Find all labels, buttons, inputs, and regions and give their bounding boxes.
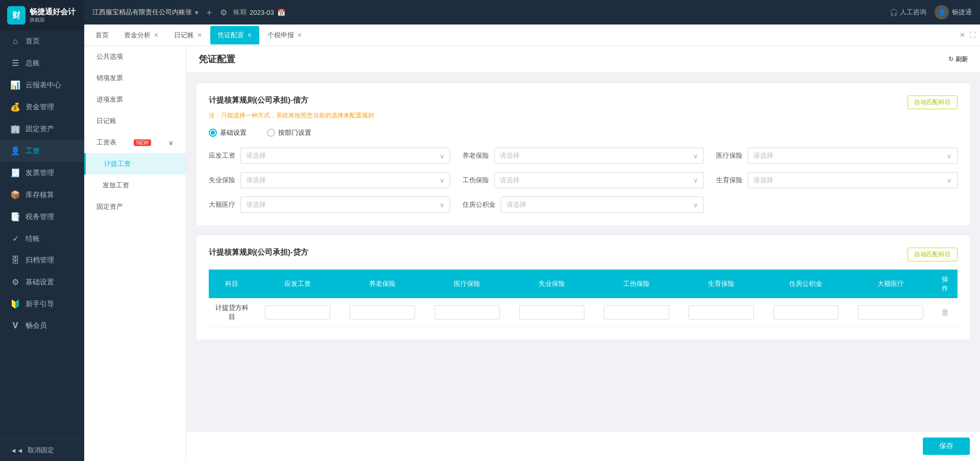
tab-diary-close-icon[interactable]: ✕ (197, 32, 202, 38)
row-yingfa-input[interactable] (265, 305, 330, 320)
save-button[interactable]: 保存 (923, 438, 970, 455)
tab-funds-close-icon[interactable]: ✕ (154, 32, 159, 38)
select-daejiyiliao[interactable]: 请选择 ∨ (240, 197, 450, 213)
guide-icon: 🔰 (10, 299, 20, 309)
menu-item-common[interactable]: 公共选项 (84, 46, 186, 67)
tab-tax-close-icon[interactable]: ✕ (297, 32, 302, 38)
sidebar-item-guide[interactable]: 🔰 新手引导 (0, 293, 84, 315)
credit-auto-match-button[interactable]: 自动匹配科目 (908, 248, 958, 261)
menu-item-fixed-assets[interactable]: 固定资产 (84, 196, 186, 217)
row-shengyu-input[interactable] (689, 305, 754, 320)
menu-item-diary-label: 日记账 (96, 117, 116, 125)
menu-item-diary[interactable]: 日记账 (84, 110, 186, 132)
select-placeholder: 请选择 (246, 151, 266, 160)
row-yiliao-input[interactable] (434, 305, 500, 320)
sidebar-item-funds[interactable]: 💰 资金管理 (0, 96, 84, 118)
sidebar-item-assets[interactable]: 🏢 固定资产 (0, 118, 84, 140)
menu-item-purchase[interactable]: 进项发票 (84, 89, 186, 110)
sidebar-item-settings[interactable]: ⚙ 基础设置 (0, 271, 84, 293)
tab-close-all-icon[interactable]: ✕ (960, 31, 965, 39)
row-daeyiliao-input[interactable] (858, 305, 923, 320)
period-selector[interactable]: 账期 2023-03 📅 (233, 8, 285, 17)
field-label: 大额医疗 (209, 200, 235, 209)
radio-dept-label: 按部门设置 (278, 128, 311, 137)
company-selector[interactable]: 江西服宝精品有限责任公司内账张 ▾ (92, 8, 199, 17)
sidebar-logo: 财 畅捷通好会计 旗舰版 (0, 0, 84, 31)
page-header: 凭证配置 ↻ 刷新 (186, 46, 980, 73)
sidebar-item-ledger[interactable]: ☰ 总账 (0, 52, 84, 74)
tab-diary[interactable]: 日记账 ✕ (167, 26, 209, 44)
dropdown-arrow-icon: ∨ (439, 152, 445, 160)
menu-item-pay-salary-label: 发放工资 (103, 181, 129, 189)
app-name: 畅捷通好会计 (30, 7, 76, 16)
debit-auto-match-button[interactable]: 自动匹配科目 (908, 95, 958, 109)
sidebar-item-close[interactable]: ✓ 结账 (0, 228, 84, 250)
tab-tax[interactable]: 个税申报 ✕ (260, 26, 309, 44)
sidebar-item-archive[interactable]: 🗄 归档管理 (0, 250, 84, 271)
settings-icon: ⚙ (10, 277, 20, 287)
row-yanglao-input[interactable] (350, 305, 415, 320)
debit-section-note: 注：只能选择一种方式，系统将按照您当前的选择来配置规则 (209, 111, 958, 120)
sidebar-item-label: 发票管理 (26, 168, 54, 178)
tab-home[interactable]: 首页 (88, 26, 116, 44)
credit-section: 自动匹配科目 计提核算规则(公司承担)-贷方 科目 应发工资 养老保险 医疗保险… (197, 235, 970, 339)
sidebar-item-salary[interactable]: 👤 工资 (0, 140, 84, 162)
select-gongshang[interactable]: 请选择 ∨ (494, 172, 704, 188)
dropdown-arrow-icon: ∨ (947, 177, 952, 184)
dropdown-arrow-icon: ∨ (947, 152, 952, 160)
field-label: 住房公积金 (462, 200, 496, 209)
sidebar-item-label: 库存核算 (26, 190, 54, 200)
dropdown-arrow-icon: ∨ (693, 177, 698, 184)
service-button[interactable]: 🎧 人工咨询 (890, 8, 926, 17)
radio-dept[interactable]: 按部门设置 (267, 128, 311, 137)
menu-item-fixed-assets-label: 固定资产 (96, 203, 123, 210)
row-shiye-input[interactable] (519, 305, 584, 320)
row-gongshang-input-cell (594, 298, 679, 327)
select-placeholder: 请选择 (753, 151, 773, 160)
gear-icon[interactable]: ⚙ (220, 8, 227, 17)
user-menu[interactable]: 👤 畅捷通 (935, 5, 972, 19)
sidebar-item-member[interactable]: V 畅会员 (0, 315, 84, 336)
select-zhufang[interactable]: 请选择 ∨ (501, 197, 704, 213)
delete-row-icon[interactable]: 🗑 (941, 308, 949, 317)
sidebar-item-inventory[interactable]: 📦 库存核算 (0, 184, 84, 206)
reports-icon: 📊 (10, 80, 20, 90)
save-section: 保存 (186, 431, 980, 461)
select-yanglao[interactable]: 请选择 ∨ (494, 148, 704, 164)
sidebar-nav: ⌂ 首页 ☰ 总账 📊 云报表中心 💰 资金管理 🏢 固定资产 👤 工资 🧾 发… (0, 31, 84, 439)
menu-item-calc-salary[interactable]: 计提工资 (84, 153, 186, 175)
row-zhufang-input[interactable] (773, 305, 839, 320)
tab-funds-label: 资金分析 (124, 31, 151, 40)
select-yiliao[interactable]: 请选择 ∨ (748, 148, 958, 164)
logo-text-block: 畅捷通好会计 旗舰版 (30, 7, 76, 23)
new-badge: NEW (134, 139, 151, 146)
select-yingfa-gongzi[interactable]: 请选择 ∨ (240, 148, 450, 164)
sidebar-item-tax[interactable]: 📑 税务管理 (0, 206, 84, 228)
select-shengyu[interactable]: 请选择 ∨ (748, 172, 958, 188)
period-label: 账期 (233, 8, 247, 17)
debit-section-title: 计提核算规则(公司承担)-借方 (209, 95, 958, 105)
tab-expand-icon[interactable]: ⛶ (969, 31, 976, 39)
topbar-right: 🎧 人工咨询 👤 畅捷通 (890, 5, 972, 19)
row-gongshang-input[interactable] (604, 305, 669, 320)
tab-voucher[interactable]: 凭证配置 ✕ (210, 26, 259, 44)
menu-item-pay-salary[interactable]: 发放工资 (84, 175, 186, 196)
sidebar-item-label: 首页 (26, 37, 40, 46)
field-label: 失业保险 (209, 176, 235, 185)
member-icon: V (10, 321, 20, 330)
select-shiye[interactable]: 请选择 ∨ (240, 172, 450, 188)
tab-voucher-close-icon[interactable]: ✕ (247, 32, 252, 38)
sidebar-item-home[interactable]: ⌂ 首页 (0, 31, 84, 52)
credit-table: 科目 应发工资 养老保险 医疗保险 失业保险 工伤保险 生育保险 住房公积金 大… (209, 270, 958, 327)
add-account-button[interactable]: ＋ (205, 6, 214, 18)
menu-item-common-label: 公共选项 (96, 53, 123, 60)
menu-item-sales[interactable]: 销项发票 (84, 67, 186, 89)
calendar-icon: 📅 (277, 9, 285, 16)
tab-funds[interactable]: 资金分析 ✕ (117, 26, 166, 44)
radio-basic[interactable]: 基础设置 (209, 128, 247, 137)
menu-group-salary-table[interactable]: 工资表 NEW ∨ (84, 132, 186, 153)
refresh-button[interactable]: ↻ 刷新 (948, 55, 968, 64)
sidebar-item-invoice[interactable]: 🧾 发票管理 (0, 162, 84, 184)
cancel-fixed-button[interactable]: ◄◄ 取消固定 (0, 439, 84, 461)
sidebar-item-reports[interactable]: 📊 云报表中心 (0, 74, 84, 96)
